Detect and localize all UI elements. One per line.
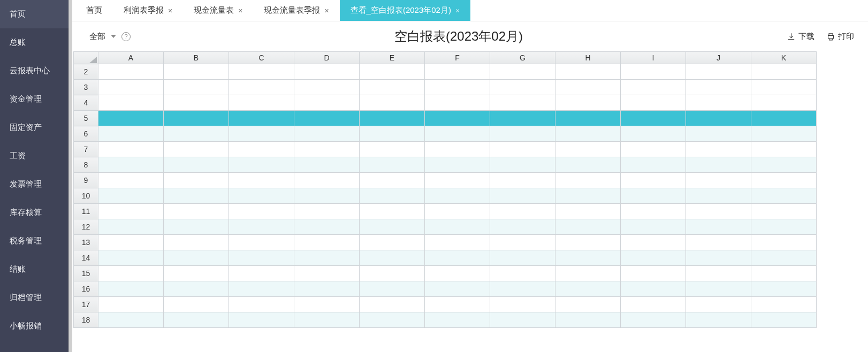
cell-I11[interactable]	[621, 204, 686, 219]
cell-I3[interactable]	[621, 80, 686, 95]
cell-K11[interactable]	[751, 204, 817, 219]
cell-H2[interactable]	[555, 64, 621, 80]
cell-I16[interactable]	[621, 281, 686, 297]
row-header-18[interactable]: 18	[74, 312, 98, 328]
cell-G9[interactable]	[490, 173, 555, 188]
cell-D5[interactable]	[294, 111, 360, 126]
row-header-4[interactable]: 4	[74, 95, 98, 111]
cell-G7[interactable]	[490, 142, 555, 157]
cell-A7[interactable]	[98, 142, 164, 157]
cell-H12[interactable]	[555, 219, 621, 235]
column-header-C[interactable]: C	[229, 52, 294, 64]
cell-D13[interactable]	[294, 235, 360, 250]
cell-K15[interactable]	[751, 266, 817, 281]
cell-E12[interactable]	[360, 219, 425, 235]
cell-H15[interactable]	[555, 266, 621, 281]
cell-C18[interactable]	[229, 312, 294, 328]
cell-F14[interactable]	[425, 250, 490, 266]
cell-C14[interactable]	[229, 250, 294, 266]
cell-I18[interactable]	[621, 312, 686, 328]
cell-B4[interactable]	[164, 95, 229, 111]
row-header-3[interactable]: 3	[74, 80, 98, 95]
cell-C10[interactable]	[229, 188, 294, 204]
cell-H16[interactable]	[555, 281, 621, 297]
cell-I17[interactable]	[621, 297, 686, 312]
cell-A3[interactable]	[98, 80, 164, 95]
row-header-7[interactable]: 7	[74, 142, 98, 157]
cell-D15[interactable]	[294, 266, 360, 281]
cell-F5[interactable]	[425, 111, 490, 126]
cell-H7[interactable]	[555, 142, 621, 157]
close-icon[interactable]: ×	[238, 6, 242, 15]
row-header-2[interactable]: 2	[74, 64, 98, 80]
cell-A16[interactable]	[98, 281, 164, 297]
cell-E16[interactable]	[360, 281, 425, 297]
cell-H5[interactable]	[555, 111, 621, 126]
filter-dropdown[interactable]: 全部 ?	[89, 32, 131, 42]
cell-K6[interactable]	[751, 126, 817, 142]
cell-C2[interactable]	[229, 64, 294, 80]
cell-A14[interactable]	[98, 250, 164, 266]
cell-G14[interactable]	[490, 250, 555, 266]
cell-D14[interactable]	[294, 250, 360, 266]
cell-H4[interactable]	[555, 95, 621, 111]
cell-E5[interactable]	[360, 111, 425, 126]
cell-K18[interactable]	[751, 312, 817, 328]
cell-J14[interactable]	[686, 250, 751, 266]
tab-0[interactable]: 首页	[75, 0, 113, 21]
cell-E14[interactable]	[360, 250, 425, 266]
sidebar-item-11[interactable]: 小畅报销	[0, 312, 68, 340]
cell-E7[interactable]	[360, 142, 425, 157]
close-icon[interactable]: ×	[168, 6, 172, 15]
cell-C5[interactable]	[229, 111, 294, 126]
cell-E2[interactable]	[360, 64, 425, 80]
cell-J3[interactable]	[686, 80, 751, 95]
cell-H3[interactable]	[555, 80, 621, 95]
cell-F15[interactable]	[425, 266, 490, 281]
cell-D3[interactable]	[294, 80, 360, 95]
cell-J10[interactable]	[686, 188, 751, 204]
cell-I13[interactable]	[621, 235, 686, 250]
cell-D10[interactable]	[294, 188, 360, 204]
cell-G13[interactable]	[490, 235, 555, 250]
cell-B18[interactable]	[164, 312, 229, 328]
column-header-K[interactable]: K	[751, 52, 817, 64]
column-header-I[interactable]: I	[621, 52, 686, 64]
cell-F12[interactable]	[425, 219, 490, 235]
cell-E17[interactable]	[360, 297, 425, 312]
tab-2[interactable]: 现金流量表×	[183, 0, 253, 21]
cell-F9[interactable]	[425, 173, 490, 188]
cell-K2[interactable]	[751, 64, 817, 80]
cell-I15[interactable]	[621, 266, 686, 281]
cell-A18[interactable]	[98, 312, 164, 328]
cell-F2[interactable]	[425, 64, 490, 80]
cell-C12[interactable]	[229, 219, 294, 235]
print-button[interactable]: 打印	[826, 32, 854, 42]
cell-G10[interactable]	[490, 188, 555, 204]
cell-G16[interactable]	[490, 281, 555, 297]
cell-G3[interactable]	[490, 80, 555, 95]
sidebar-scrollbar[interactable]	[68, 0, 72, 352]
cell-H8[interactable]	[555, 157, 621, 173]
close-icon[interactable]: ×	[455, 6, 460, 15]
cell-J16[interactable]	[686, 281, 751, 297]
row-header-9[interactable]: 9	[74, 173, 98, 188]
row-header-17[interactable]: 17	[74, 297, 98, 312]
cell-G17[interactable]	[490, 297, 555, 312]
cell-J11[interactable]	[686, 204, 751, 219]
cell-I8[interactable]	[621, 157, 686, 173]
cell-I5[interactable]	[621, 111, 686, 126]
cell-H9[interactable]	[555, 173, 621, 188]
cell-D11[interactable]	[294, 204, 360, 219]
cell-C16[interactable]	[229, 281, 294, 297]
cell-A17[interactable]	[98, 297, 164, 312]
cell-B13[interactable]	[164, 235, 229, 250]
cell-A13[interactable]	[98, 235, 164, 250]
cell-E9[interactable]	[360, 173, 425, 188]
cell-J6[interactable]	[686, 126, 751, 142]
sidebar-item-9[interactable]: 结账	[0, 255, 68, 284]
spreadsheet[interactable]: ABCDEFGHIJK23456789101112131415161718	[72, 51, 868, 352]
cell-D16[interactable]	[294, 281, 360, 297]
cell-H17[interactable]	[555, 297, 621, 312]
cell-C6[interactable]	[229, 126, 294, 142]
